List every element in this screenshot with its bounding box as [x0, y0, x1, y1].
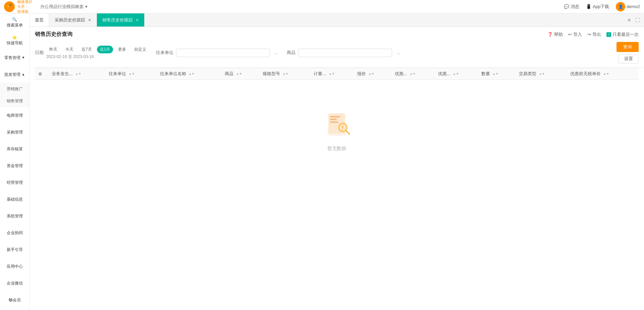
logo-text: 畅捷通好生意 标准版 — [17, 0, 34, 14]
th-trade-type[interactable]: 交易类型 ▲▼ — [516, 68, 567, 80]
logo-area: 🍊 畅捷通好生意 标准版 — [4, 0, 34, 14]
sidebar-item-purchase[interactable]: 采购管理 — [0, 124, 29, 141]
settings-button[interactable]: 设置 — [619, 54, 639, 63]
svg-rect-4 — [330, 121, 338, 123]
sidebar-item-wholesale[interactable]: 批发管理 ▲ — [0, 66, 29, 83]
last-only-checkbox[interactable]: ✓ 只看最后一次 — [606, 32, 639, 38]
sidebar-item-basic[interactable]: 基础信息 — [0, 191, 29, 208]
product-input[interactable] — [298, 49, 392, 57]
sort-icon: ▲▼ — [410, 72, 416, 75]
sort-icon: ▲▼ — [492, 72, 498, 75]
product-label: 商品 — [287, 50, 296, 56]
date-options-col: 昨天 今天 近7天 近1月 更多 自定义 2023-02-18 至 2023-0… — [46, 46, 149, 60]
sidebar-item-retail[interactable]: 零售管理 ▼ — [0, 49, 29, 66]
sidebar-item-search[interactable]: 🔍 搜索菜单 — [0, 13, 29, 32]
breadcrumb-select[interactable]: 办公用品行业模拟账套 ▾ — [40, 4, 88, 10]
svg-text:?: ? — [341, 125, 343, 130]
sidebar-item-enterprise[interactable]: 企业协同 — [0, 224, 29, 241]
breadcrumb-text: 办公用品行业模拟账套 — [40, 4, 84, 10]
partner-input[interactable] — [176, 49, 270, 57]
sidebar-item-sales[interactable]: 销售管理 — [0, 95, 29, 107]
sort-icon: ▲▼ — [603, 72, 609, 75]
th-unit[interactable]: 计量... ▲▼ — [310, 68, 354, 80]
page-actions: ❓ 帮助 ↩ 导入 ↪ 导出 ✓ 只看最后一次 — [547, 32, 639, 38]
product-filter-group: 商品 ... — [287, 49, 402, 57]
empty-state: ? 暂无数据 — [35, 80, 639, 178]
sidebar-item-quicknav[interactable]: ⭐ 快捷导航 — [0, 32, 29, 50]
message-btn[interactable]: 💬 消息 — [564, 4, 579, 10]
help-btn[interactable]: ❓ 帮助 — [547, 32, 563, 38]
sort-icon: ▲▼ — [75, 72, 81, 75]
tab-close-all-btn[interactable]: ✕ — [626, 17, 633, 23]
tab-close-sales[interactable]: ✕ — [136, 18, 139, 22]
message-icon: 💬 — [564, 4, 569, 9]
date-btn-yesterday[interactable]: 昨天 — [46, 46, 60, 53]
th-quote[interactable]: 报价 ▲▼ — [354, 68, 391, 80]
import-btn[interactable]: ↩ 导入 — [568, 32, 582, 38]
date-options: 昨天 今天 近7天 近1月 更多 自定义 — [46, 46, 149, 53]
date-btn-7days[interactable]: 近7天 — [78, 46, 95, 53]
sort-icon: ▲▼ — [329, 72, 335, 75]
chevron-down-icon: ▼ — [22, 55, 25, 60]
top-header: 🍊 畅捷通好生意 标准版 办公用品行业模拟账套 ▾ 💬 消息 📱 App下载 👤… — [0, 0, 644, 13]
sidebar-item-marketing[interactable]: 营销推广 — [0, 83, 29, 95]
product-ellipsis-btn[interactable]: ... — [395, 50, 402, 56]
settings-icon: ⚙ — [38, 71, 42, 76]
tab-sales-history[interactable]: 销售历史价跟踪 ✕ — [97, 13, 145, 27]
chevron-up-icon: ▲ — [22, 72, 25, 77]
th-discount1[interactable]: 优惠... ▲▼ — [391, 68, 435, 80]
date-btn-1month[interactable]: 近1月 — [97, 46, 113, 53]
sort-icon: ▲▼ — [129, 72, 135, 75]
sidebar-item-system[interactable]: 系统管理 — [0, 208, 29, 224]
empty-text: 暂无数据 — [327, 146, 346, 152]
sidebar-item-wechat[interactable]: 企业微信 — [0, 275, 29, 292]
sidebar-item-operations[interactable]: 经营管理 — [0, 174, 29, 191]
sidebar-item-finance[interactable]: 资金管理 — [0, 157, 29, 174]
content-area: 销售历史价查询 ❓ 帮助 ↩ 导入 ↪ 导出 ✓ — [30, 27, 644, 310]
tab-home[interactable]: 首页 — [30, 13, 49, 27]
sidebar-item-newguide[interactable]: 新手引导 — [0, 241, 29, 258]
sidebar-item-appcenter[interactable]: 应用中心 — [0, 258, 29, 275]
th-spec[interactable]: 规格型号 ▲▼ — [259, 68, 311, 80]
date-btn-custom[interactable]: 自定义 — [131, 46, 149, 53]
th-date[interactable]: 业务发生... ▲▼ — [48, 68, 105, 80]
partner-label: 往来单位 — [156, 50, 173, 56]
th-settings[interactable]: ⚙ — [35, 68, 48, 80]
th-product[interactable]: 商品 ▲▼ — [221, 68, 259, 80]
date-btn-today[interactable]: 今天 — [62, 46, 76, 53]
query-button[interactable]: 查询 — [616, 42, 639, 52]
import-icon: ↩ — [568, 32, 572, 37]
sidebar-item-member[interactable]: 畅会员 — [0, 292, 29, 308]
th-pretax-price[interactable]: 优惠前无税单价 ▲▼ — [567, 68, 639, 80]
th-discount2[interactable]: 优惠... ▲▼ — [435, 68, 478, 80]
filter-area: 日期 昨天 今天 近7天 近1月 更多 自定义 2023-02-18 至 202… — [30, 38, 644, 68]
data-table: ⚙ 业务发生... ▲▼ 往来单位 ▲▼ 往来单位名称 — [35, 68, 639, 178]
download-btn[interactable]: 📱 App下载 — [586, 4, 609, 10]
chevron-down-icon: ▾ — [85, 4, 88, 9]
partner-ellipsis-btn[interactable]: ... — [273, 50, 280, 56]
page-title: 销售历史价查询 — [35, 31, 72, 38]
sort-icon: ▲▼ — [282, 72, 288, 75]
svg-rect-2 — [330, 116, 340, 117]
tab-maximize-btn[interactable]: ⛶ — [634, 17, 641, 23]
download-icon: 📱 — [586, 4, 591, 9]
th-partner-name[interactable]: 往来单位名称 ▲▼ — [157, 68, 222, 80]
filter-right-actions: 查询 设置 — [616, 42, 639, 63]
date-btn-more[interactable]: 更多 — [115, 46, 129, 53]
tab-purchase-history[interactable]: 采购历史价跟踪 ✕ — [49, 13, 97, 27]
search-icon: 🔍 — [12, 17, 17, 22]
export-btn[interactable]: ↪ 导出 — [587, 32, 601, 38]
th-quantity[interactable]: 数量 ▲▼ — [478, 68, 516, 80]
table-area: ⚙ 业务发生... ▲▼ 往来单位 ▲▼ 往来单位名称 — [30, 68, 644, 310]
logo-icon: 🍊 — [4, 1, 15, 12]
th-partner-code[interactable]: 往来单位 ▲▼ — [105, 68, 157, 80]
sort-icon: ▲▼ — [236, 72, 242, 75]
date-range-display: 2023-02-18 至 2023-03-18 — [46, 54, 149, 60]
tab-close-purchase[interactable]: ✕ — [88, 18, 91, 22]
header-center: 办公用品行业模拟账套 ▾ — [34, 4, 564, 10]
sidebar-item-ecommerce[interactable]: 电商管理 — [0, 107, 29, 124]
user-btn[interactable]: 👤 demo2 — [616, 2, 640, 11]
sidebar-item-inventory[interactable]: 库存核算 — [0, 141, 29, 157]
tab-actions: ✕ ⛶ — [623, 13, 644, 27]
sort-icon: ▲▼ — [368, 72, 374, 75]
